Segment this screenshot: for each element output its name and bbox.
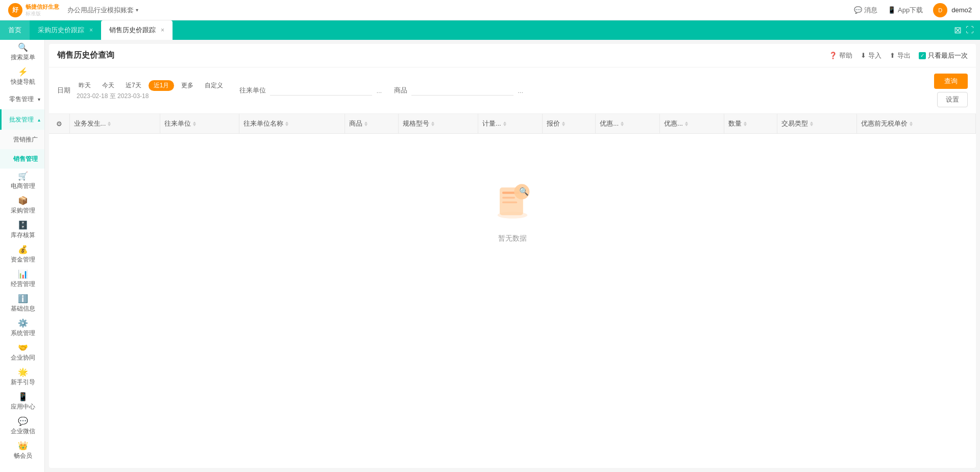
chevron-down-icon: ▾ [38,97,40,102]
date-btn-last1month[interactable]: 近1月 [149,80,175,91]
import-btn[interactable]: ⬇ 导入 [861,51,881,60]
sidebar-item-wholesale-mgmt[interactable]: 批发管理 ▴ [0,109,44,130]
gear-icon: ⚙ [56,120,62,128]
sort-counterpart-name-icon[interactable] [285,122,288,126]
sidebar-item-enterprise-wechat[interactable]: 💬 企业微信 [0,414,44,438]
app-selector[interactable]: 办公用品行业模拟账套 ▾ [63,4,142,17]
wechat-icon: 💬 [18,416,28,426]
date-btn-more[interactable]: 更多 [177,80,198,91]
sidebar-item-vip-member[interactable]: 👑 畅会员 [0,438,44,463]
collab-icon: 🤝 [18,343,28,352]
checkbox-checked-icon: ✓ [919,52,926,59]
finance-icon: 💰 [18,245,28,254]
export-btn[interactable]: ⬆ 导出 [890,51,911,60]
table-col-quantity: 数量 [724,114,777,134]
tab-close-all-icon[interactable]: ⊠ [954,25,962,36]
tab-bar-actions: ⊠ ⛶ [954,25,980,36]
date-btn-today[interactable]: 今天 [98,80,118,91]
sort-unit-icon[interactable] [503,122,506,126]
chat-action[interactable]: 💬 消息 [854,6,877,15]
date-btn-custom[interactable]: 自定义 [201,80,227,91]
tab-purchase-history[interactable]: 采购历史价跟踪 × [30,20,101,40]
logo-icon: 好 [8,3,22,17]
user-area[interactable]: D demo2 [933,3,972,17]
svg-text:🔍: 🔍 [519,187,529,196]
sort-biz-date-icon[interactable] [108,122,111,126]
main-layout: 🔍 搜索菜单 ⚡ 快捷导航 零售管理 ▾ 批发管理 ▴ 营销推广 销售管理 🛒 … [0,40,980,472]
sidebar-item-retail-mgmt[interactable]: 零售管理 ▾ [0,89,44,109]
filter-right-btns: 查询 设置 [934,74,968,107]
sidebar-item-ops-mgmt[interactable]: 📊 经营管理 [0,267,44,291]
sort-quote-icon[interactable] [562,122,565,126]
query-button[interactable]: 查询 [934,74,968,89]
settings-button[interactable]: 设置 [937,92,968,107]
sidebar: 🔍 搜索菜单 ⚡ 快捷导航 零售管理 ▾ 批发管理 ▴ 营销推广 销售管理 🛒 … [0,40,45,472]
sidebar-item-basic-info[interactable]: ℹ️ 基础信息 [0,291,44,316]
date-label: 日期 [57,86,70,95]
empty-state: 🔍 暂无数据 [49,134,976,284]
counterpart-input[interactable] [270,85,372,96]
table-container: ⚙ 业务发生... [49,114,976,468]
table-col-unit: 计量... [478,114,542,134]
inventory-icon: 🗄️ [18,220,28,230]
sort-quantity-icon[interactable] [744,122,747,126]
tab-sales-history[interactable]: 销售历史价跟踪 × [101,20,173,40]
tab-fullscreen-icon[interactable]: ⛶ [966,26,974,35]
sidebar-item-sales-mgmt[interactable]: 销售管理 [0,149,44,169]
tab-home[interactable]: 首页 [0,20,30,40]
vip-icon: 👑 [18,441,28,451]
ecommerce-icon: 🛒 [18,171,28,181]
sidebar-item-app-center[interactable]: 📱 应用中心 [0,389,44,414]
table-col-trade-type: 交易类型 [777,114,857,134]
sidebar-item-purchase-mgmt[interactable]: 📦 采购管理 [0,193,44,218]
table-col-pretax-price: 优惠前无税单价 [857,114,976,134]
counterpart-label: 往来单位 [239,86,266,95]
product-dots[interactable]: ... [518,87,523,95]
table-col-discount2: 优惠... [660,114,724,134]
sidebar-item-marketing-promo[interactable]: 营销推广 [0,130,44,149]
sidebar-item-sys-mgmt[interactable]: ⚙️ 系统管理 [0,316,44,340]
product-label: 商品 [394,86,407,95]
sort-discount2-icon[interactable] [685,122,688,126]
date-filter-buttons: 昨天 今天 近7天 近1月 更多 自定义 [75,80,227,91]
sidebar-item-finance-mgmt[interactable]: 💰 资金管理 [0,242,44,267]
sort-spec-icon[interactable] [431,122,434,126]
avatar: D [933,3,947,17]
only-last-checkbox-label[interactable]: ✓ 只看最后一次 [919,51,968,60]
date-btn-last7days[interactable]: 近7天 [121,80,145,91]
logo-area: 好 畅捷信好生意 标准版 [8,3,59,17]
counterpart-dots[interactable]: ... [376,87,382,95]
app-download-action[interactable]: 📱 App下载 [888,6,923,15]
sidebar-item-ecommerce-mgmt[interactable]: 🛒 电商管理 [0,169,44,193]
table-col-product: 商品 [345,114,399,134]
help-icon: ❓ [829,52,837,59]
product-input[interactable] [411,85,513,96]
sort-product-icon[interactable] [364,122,368,126]
tab-purchase-history-close[interactable]: × [89,27,93,34]
counterpart-filter: 往来单位 ... [239,85,382,96]
sort-pretax-price-icon[interactable] [910,122,913,126]
help-btn[interactable]: ❓ 帮助 [829,51,852,60]
chat-icon: 💬 [854,6,862,14]
page-content: 销售历史价查询 ❓ 帮助 ⬇ 导入 ⬆ 导出 ✓ [49,44,976,468]
table-col-biz-date: 业务发生... [69,114,160,134]
svg-rect-4 [502,202,517,203]
page-header: 销售历史价查询 ❓ 帮助 ⬇ 导入 ⬆ 导出 ✓ [49,44,976,67]
sort-discount1-icon[interactable] [621,122,624,126]
sidebar-item-quick-nav[interactable]: ⚡ 快捷导航 [0,64,44,89]
sort-trade-type-icon[interactable] [810,122,813,126]
guide-icon: 🌟 [18,367,28,377]
chevron-up-icon: ▴ [38,117,40,123]
sort-counterpart-code-icon[interactable] [193,122,196,126]
tab-sales-history-close[interactable]: × [161,27,164,34]
sidebar-item-inventory[interactable]: 🗄️ 库存核算 [0,218,44,242]
sidebar-item-new-guide[interactable]: 🌟 新手引导 [0,365,44,389]
table-col-settings[interactable]: ⚙ [49,114,69,134]
sidebar-item-enterprise-collab[interactable]: 🤝 企业协同 [0,340,44,365]
date-btn-yesterday[interactable]: 昨天 [75,80,95,91]
table-col-quote: 报价 [542,114,596,134]
data-table: ⚙ 业务发生... [49,114,976,134]
sidebar-item-search-menu[interactable]: 🔍 搜索菜单 [0,40,44,64]
table-col-counterpart-name: 往来单位名称 [239,114,345,134]
content-area: 销售历史价查询 ❓ 帮助 ⬇ 导入 ⬆ 导出 ✓ [45,40,980,472]
